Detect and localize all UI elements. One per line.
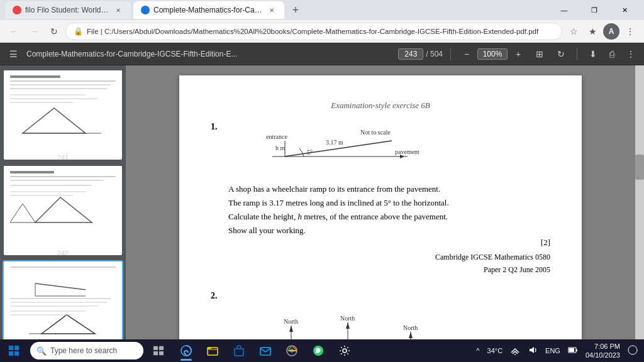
svg-marker-45	[346, 322, 350, 329]
svg-rect-0	[4, 70, 122, 152]
pdf-page-info: / 504	[398, 48, 443, 60]
tray-battery[interactable]	[565, 345, 580, 356]
file-icon: 🔒	[74, 27, 83, 36]
taskbar-chrome[interactable]	[279, 339, 304, 362]
download-button[interactable]: ⬇	[585, 46, 601, 62]
clock-date: 04/10/2023	[586, 351, 620, 359]
thumbnail-242[interactable]: 242	[4, 166, 122, 255]
print-button[interactable]: ⎙	[604, 46, 620, 62]
pdf-separator-1	[450, 48, 451, 60]
svg-text:Not to scale: Not to scale	[360, 129, 391, 136]
svg-rect-8	[10, 98, 98, 99]
svg-rect-10	[4, 166, 122, 248]
tray-notification[interactable]	[625, 345, 640, 356]
pdf-more-button[interactable]: ⋮	[623, 46, 639, 62]
more-icon[interactable]: ⋮	[621, 23, 639, 40]
svg-marker-48	[409, 332, 413, 338]
reload-button[interactable]: ↻	[45, 23, 63, 40]
tray-expand[interactable]: ^	[474, 347, 482, 354]
tab-inactive-1[interactable]: filo Filo Student: World's Only L... ✕	[5, 1, 131, 19]
taskbar-search[interactable]: 🔍 Type here to search	[30, 342, 143, 359]
extension-icon[interactable]: ★	[584, 23, 601, 40]
start-button[interactable]	[0, 339, 28, 362]
fit-page-button[interactable]: ⊞	[531, 46, 548, 62]
q1-text4: Show all your working.	[228, 224, 550, 238]
svg-rect-65	[159, 346, 164, 350]
zoom-input[interactable]	[477, 48, 508, 60]
svg-rect-62	[9, 351, 13, 356]
restore-button[interactable]: ❐	[580, 0, 609, 20]
back-button[interactable]: ←	[5, 23, 23, 40]
tray-temp: 34°C	[485, 347, 506, 354]
tab-close-1[interactable]: ✕	[113, 5, 123, 15]
q1-text2: The ramp is 3.17 metres long and is incl…	[228, 196, 550, 210]
right-scrollbar[interactable]	[635, 65, 644, 362]
taskbar-mail[interactable]	[253, 339, 278, 362]
taskbar-whatsapp[interactable]	[306, 339, 331, 362]
forward-button[interactable]: →	[25, 23, 43, 40]
new-tab-button[interactable]: +	[287, 1, 304, 19]
tab-label-1: filo Filo Student: World's Only L...	[25, 6, 109, 14]
svg-rect-29	[10, 310, 86, 312]
pdf-page-input[interactable]	[398, 48, 423, 60]
svg-rect-80	[628, 346, 637, 354]
svg-rect-2	[10, 80, 116, 82]
window-controls: — ❐ ✕	[550, 0, 639, 20]
svg-rect-18	[10, 195, 73, 196]
taskbar-explorer[interactable]	[200, 339, 225, 362]
tab-favicon-2	[141, 6, 150, 14]
svg-rect-24	[10, 298, 111, 299]
pdf-toolbar: ☰ Complete-Mathematics-for-Cambridge-IGC…	[0, 43, 644, 65]
pdf-main[interactable]: Examination-style exercise 6B 1.	[126, 65, 635, 362]
svg-rect-64	[153, 346, 158, 350]
close-button[interactable]: ✕	[610, 0, 639, 20]
svg-rect-66	[153, 351, 158, 355]
tray-speaker[interactable]	[525, 345, 540, 356]
taskbar-apps	[174, 339, 357, 362]
pdf-menu-button[interactable]: ☰	[5, 46, 21, 62]
star-icon[interactable]: ☆	[565, 23, 582, 40]
page-header: Examination-style exercise 6B	[211, 101, 550, 111]
tab-active-2[interactable]: Complete-Mathematics-for-Cam... ✕	[133, 1, 284, 19]
q1-marks: [2]	[541, 238, 550, 248]
svg-rect-61	[14, 346, 19, 350]
profile-icon[interactable]: A	[602, 23, 620, 40]
avatar: A	[603, 23, 619, 40]
svg-marker-42	[289, 326, 293, 332]
tab-close-2[interactable]: ✕	[267, 5, 277, 15]
svg-rect-12	[10, 176, 116, 177]
svg-text:3.17 m: 3.17 m	[326, 139, 343, 146]
pdf-toolbar-right: ⬇ ⎙ ⋮	[585, 46, 639, 62]
tray-lang[interactable]: ENG	[543, 347, 563, 354]
tab-label-2: Complete-Mathematics-for-Cam...	[153, 6, 263, 14]
rotate-button[interactable]: ↻	[553, 46, 569, 62]
taskbar-edge[interactable]	[174, 339, 199, 362]
taskbar-store[interactable]	[226, 339, 252, 362]
zoom-out-button[interactable]: −	[458, 46, 475, 62]
svg-text:pavement: pavement	[395, 148, 419, 155]
task-view-button[interactable]	[146, 339, 171, 362]
pdf-page: Examination-style exercise 6B 1.	[179, 75, 582, 362]
thumb-label-242: 242	[4, 248, 122, 255]
pdf-separator-2	[577, 48, 577, 60]
zoom-in-button[interactable]: +	[510, 46, 526, 62]
q1-text3: Calculate the height, h metres, of the e…	[228, 210, 550, 224]
svg-rect-9	[10, 102, 73, 103]
svg-text:5°: 5°	[307, 149, 313, 156]
svg-rect-11	[10, 171, 54, 173]
thumb-img-241	[4, 70, 122, 152]
search-placeholder: Type here to search	[50, 346, 117, 355]
q1-text1: A shop has a wheelchair ramp to its entr…	[228, 182, 550, 196]
address-input[interactable]: 🔒 File | C:/Users/Abdul/Downloads/Mathem…	[65, 23, 562, 40]
pdf-title: Complete-Mathematics-for-Cambridge-IGCSE…	[26, 50, 393, 58]
temperature-text: 34°C	[487, 347, 503, 354]
tray-network[interactable]	[508, 345, 523, 356]
svg-rect-20	[10, 266, 116, 268]
svg-point-76	[514, 354, 516, 355]
right-scrollbar-thumb[interactable]	[635, 155, 644, 180]
thumbnail-243[interactable]: 243	[4, 261, 122, 351]
taskbar-settings[interactable]	[332, 339, 357, 362]
system-clock[interactable]: 7:06 PM 04/10/2023	[583, 342, 623, 360]
thumbnail-241[interactable]: 241	[4, 70, 122, 160]
minimize-button[interactable]: —	[550, 0, 579, 20]
